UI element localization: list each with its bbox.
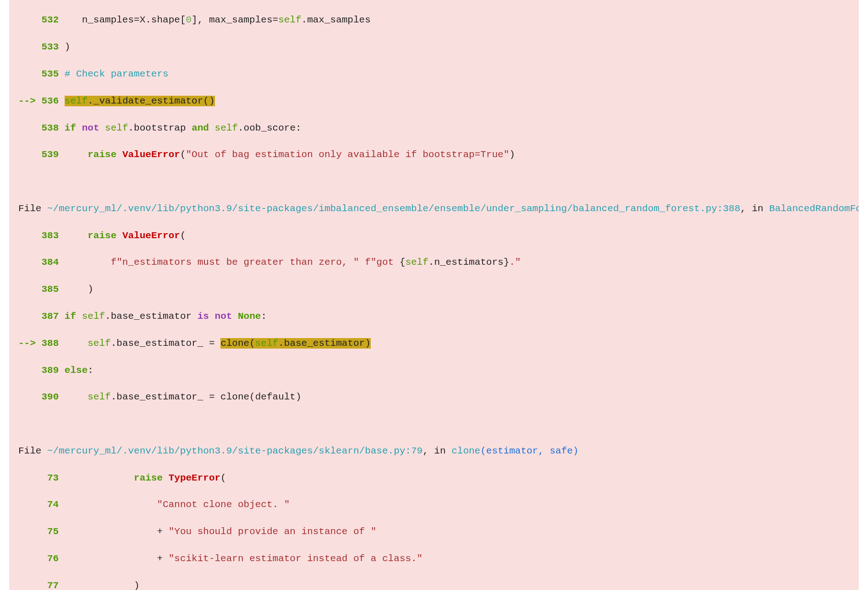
code-line: 539 raise ValueError("Out of bag estimat… <box>18 148 850 161</box>
line-number: 73 <box>47 473 59 483</box>
code-line: 535 # Check parameters <box>18 67 850 81</box>
code-line: 75 + "You should provide an instance of … <box>18 525 850 538</box>
code-line: 73 raise TypeError( <box>18 471 850 485</box>
code-line: 533 ) <box>18 40 850 54</box>
blank-line <box>18 175 850 188</box>
code-line-active: --> 388 self.base_estimator_ = clone(sel… <box>18 337 850 350</box>
line-number: 539 <box>41 149 59 160</box>
file-header: File ~/mercury_ml/.venv/lib/python3.9/si… <box>18 202 850 215</box>
file-path: ~/mercury_ml/.venv/lib/python3.9/site-pa… <box>47 203 740 214</box>
code-line: 385 ) <box>18 283 850 296</box>
line-number: 75 <box>47 526 59 537</box>
arrow-icon: --> <box>18 338 36 349</box>
line-number: 389 <box>41 365 59 376</box>
code-line-active: --> 536 self._validate_estimator() <box>18 94 850 108</box>
line-number: 74 <box>47 499 59 510</box>
highlighted-code: self._validate_estimator() <box>65 96 215 106</box>
line-number: 76 <box>47 553 59 564</box>
line-number: 535 <box>41 69 59 79</box>
code-line: 76 + "scikit-learn estimator instead of … <box>18 552 850 565</box>
line-number: 77 <box>47 580 59 590</box>
code-line: 389 else: <box>18 364 850 377</box>
code-line: 532 n_samples=X.shape[0], max_samples=se… <box>18 13 850 27</box>
file-header: File ~/mercury_ml/.venv/lib/python3.9/si… <box>18 444 850 458</box>
line-number: 387 <box>41 311 59 322</box>
line-number: 385 <box>41 284 59 295</box>
blank-line <box>18 417 850 431</box>
line-number: 532 <box>41 15 59 25</box>
line-number: 390 <box>41 392 59 402</box>
file-path: ~/mercury_ml/.venv/lib/python3.9/site-pa… <box>47 446 423 456</box>
code-line: 538 if not self.bootstrap and self.oob_s… <box>18 121 850 135</box>
line-number: 383 <box>41 230 59 241</box>
code-line: 383 raise ValueError( <box>18 229 850 242</box>
code-line: 390 self.base_estimator_ = clone(default… <box>18 390 850 404</box>
code-line: 74 "Cannot clone object. " <box>18 498 850 511</box>
comment: # Check parameters <box>59 69 168 79</box>
line-number: 384 <box>41 257 59 268</box>
line-number: 533 <box>41 42 59 52</box>
highlighted-code: clone(self.base_estimator) <box>220 338 371 349</box>
arrow-icon: --> <box>18 96 36 106</box>
code-line: 77 ) <box>18 579 850 590</box>
code-line: 384 f"n_estimators must be greater than … <box>18 256 850 269</box>
traceback-output: 532 n_samples=X.shape[0], max_samples=se… <box>9 0 859 590</box>
line-number: 388 <box>41 338 59 349</box>
line-number: 538 <box>41 123 59 133</box>
code-line: 387 if self.base_estimator is not None: <box>18 310 850 323</box>
line-number: 536 <box>41 96 59 106</box>
